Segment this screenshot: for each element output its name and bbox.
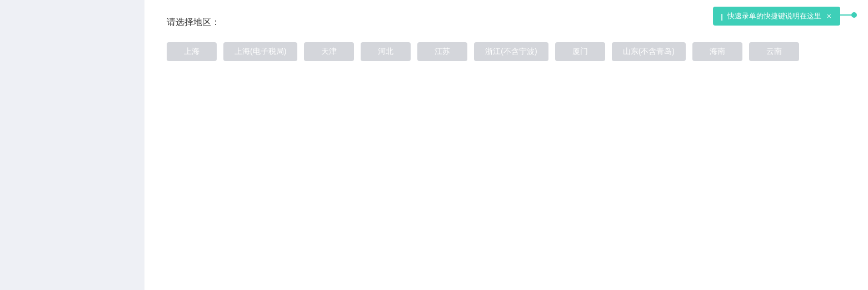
region-button-hainan[interactable]: 海南 <box>692 42 742 61</box>
region-button-zhejiang[interactable]: 浙江(不含宁波) <box>474 42 548 61</box>
main-content: 请选择地区： 上海上海(电子税局)天津河北江苏浙江(不含宁波)厦门山东(不含青岛… <box>144 0 868 290</box>
region-button-xiamen[interactable]: 厦门 <box>555 42 605 61</box>
region-button-hebei[interactable]: 河北 <box>361 42 411 61</box>
region-buttons: 上海上海(电子税局)天津河北江苏浙江(不含宁波)厦门山东(不含青岛)海南云南 <box>167 42 846 61</box>
region-button-jiangsu[interactable]: 江苏 <box>417 42 467 61</box>
region-button-shanghai[interactable]: 上海 <box>167 42 217 61</box>
region-button-yunnan[interactable]: 云南 <box>749 42 799 61</box>
tooltip-connector-line <box>840 14 852 16</box>
tooltip-banner: 快速录单的快捷键说明在这里 × <box>713 7 840 26</box>
sidebar <box>0 0 144 290</box>
region-button-tianjin[interactable]: 天津 <box>304 42 354 61</box>
tooltip-close-button[interactable]: × <box>826 12 832 21</box>
tooltip-text: 快速录单的快捷键说明在这里 <box>727 11 821 21</box>
region-button-shandong[interactable]: 山东(不含青岛) <box>612 42 686 61</box>
tooltip-connector-dot <box>851 12 857 18</box>
region-button-shanghai-etax[interactable]: 上海(电子税局) <box>223 42 297 61</box>
